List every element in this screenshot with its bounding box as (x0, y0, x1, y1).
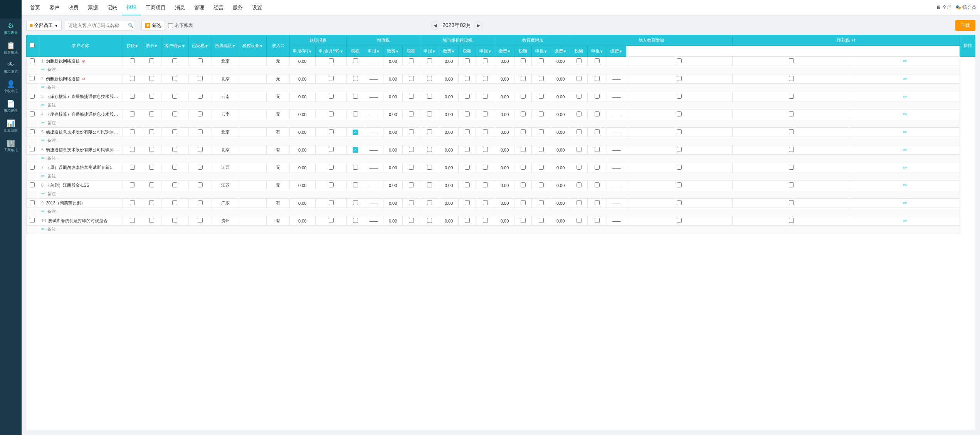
fin-monthly-check[interactable] (353, 218, 358, 223)
sidebar-item-batch-tax[interactable]: 📋 批量报税 (0, 38, 22, 58)
local-declare-check[interactable] (577, 218, 582, 223)
fin-annual-check[interactable] (329, 165, 334, 170)
clear-card-check[interactable] (149, 147, 154, 152)
edu-declare-check[interactable] (521, 200, 526, 205)
local-fee-check[interactable] (595, 58, 600, 63)
city-declare-check[interactable] (465, 147, 470, 152)
copy-tax-check[interactable] (130, 94, 135, 99)
copy-tax-check[interactable] (130, 111, 135, 116)
row-checkbox[interactable] (30, 200, 35, 205)
local-fee-check[interactable] (595, 200, 600, 205)
remark-edit-icon[interactable]: ✏ (41, 67, 45, 72)
remark-edit-icon[interactable]: ✏ (41, 209, 45, 214)
stamp-fee-check[interactable] (789, 218, 794, 223)
fin-monthly-check[interactable] (353, 111, 358, 116)
city-fee-check[interactable] (483, 218, 488, 223)
remark-edit-icon[interactable]: ✏ (41, 103, 45, 107)
confirm-check[interactable] (172, 129, 177, 134)
local-declare-check[interactable] (577, 165, 582, 170)
clear-card-check[interactable] (149, 182, 154, 187)
search-input[interactable] (65, 20, 134, 31)
membership-btn[interactable]: 🎭 畅会员 (955, 4, 976, 11)
vat-fee-check[interactable] (427, 200, 432, 205)
edu-fee-check[interactable] (539, 165, 544, 170)
search-icon[interactable]: 🔍 (128, 23, 134, 28)
nav-business[interactable]: 工商项目 (141, 0, 170, 15)
fin-annual-check[interactable] (329, 147, 334, 152)
vat-fee-check[interactable] (427, 94, 432, 99)
download-btn[interactable]: 下载 (955, 20, 975, 31)
edu-declare-check[interactable] (521, 76, 526, 81)
nav-accounting[interactable]: 记账 (103, 0, 122, 15)
vat-declare-check[interactable] (409, 111, 414, 116)
filter-btn[interactable]: 🔽 筛选 (141, 20, 165, 31)
row-checkbox[interactable] (30, 58, 35, 63)
vat-fee-check[interactable] (427, 147, 432, 152)
paid-check[interactable] (198, 218, 203, 223)
stamp-declare-check[interactable] (677, 58, 682, 63)
fin-monthly-check[interactable] (353, 76, 358, 81)
edu-fee-check[interactable] (539, 111, 544, 116)
edit-icon[interactable]: ✏ (903, 76, 907, 82)
stamp-declare-check[interactable] (677, 147, 682, 152)
vat-fee-check[interactable] (427, 111, 432, 116)
city-fee-check[interactable] (483, 182, 488, 187)
city-fee-check[interactable] (483, 94, 488, 99)
copy-tax-check[interactable] (130, 147, 135, 152)
clear-card-check[interactable] (149, 94, 154, 99)
edu-fee-check[interactable] (539, 76, 544, 81)
confirm-check[interactable] (172, 218, 177, 223)
local-fee-check[interactable] (595, 165, 600, 170)
city-declare-check[interactable] (465, 182, 470, 187)
vat-declare-check[interactable] (409, 147, 414, 152)
nav-message[interactable]: 消息 (170, 0, 190, 15)
paid-check[interactable] (198, 58, 203, 63)
clear-card-check[interactable] (149, 129, 154, 134)
local-declare-check[interactable] (577, 200, 582, 205)
row-checkbox[interactable] (30, 111, 35, 116)
local-declare-check[interactable] (577, 94, 582, 99)
local-fee-check[interactable] (595, 76, 600, 81)
edu-fee-check[interactable] (539, 218, 544, 223)
local-declare-check[interactable] (577, 111, 582, 116)
stamp-fee-check[interactable] (789, 165, 794, 170)
city-declare-check[interactable] (465, 200, 470, 205)
sidebar-item-personal-tax[interactable]: 👤 个税申报 (0, 77, 22, 96)
vat-fee-check[interactable] (427, 218, 432, 223)
fin-annual-check[interactable] (329, 182, 334, 187)
city-fee-check[interactable] (483, 165, 488, 170)
vat-fee-check[interactable] (427, 58, 432, 63)
edu-declare-check[interactable] (521, 147, 526, 152)
edit-icon[interactable]: ✏ (903, 147, 907, 153)
local-fee-check[interactable] (595, 129, 600, 134)
prev-period-btn[interactable]: ◀ (431, 21, 439, 30)
paid-check[interactable] (198, 111, 203, 116)
remark-edit-icon[interactable]: ✏ (41, 85, 45, 89)
edu-declare-check[interactable] (521, 58, 526, 63)
nav-settings[interactable]: 设置 (247, 0, 267, 15)
edu-declare-check[interactable] (521, 218, 526, 223)
local-fee-check[interactable] (595, 111, 600, 116)
local-declare-check[interactable] (577, 58, 582, 63)
city-declare-check[interactable] (465, 129, 470, 134)
edit-icon[interactable]: ✏ (903, 58, 907, 64)
edu-fee-check[interactable] (539, 182, 544, 187)
stamp-fee-check[interactable] (789, 129, 794, 134)
confirm-check[interactable] (172, 147, 177, 152)
remark-edit-icon[interactable]: ✏ (41, 138, 45, 143)
city-fee-check[interactable] (483, 147, 488, 152)
sidebar-item-tax-settings[interactable]: ⚙ 报税设置 (0, 19, 22, 38)
city-fee-check[interactable] (483, 200, 488, 205)
local-fee-check[interactable] (595, 218, 600, 223)
vat-fee-check[interactable] (427, 76, 432, 81)
fin-annual-check[interactable] (329, 218, 334, 223)
remark-edit-icon[interactable]: ✏ (41, 191, 45, 196)
local-declare-check[interactable] (577, 129, 582, 134)
fin-annual-check[interactable] (329, 129, 334, 134)
stamp-declare-check[interactable] (677, 94, 682, 99)
clear-card-check[interactable] (149, 165, 154, 170)
vat-declare-check[interactable] (409, 218, 414, 223)
stamp-declare-check[interactable] (677, 218, 682, 223)
fin-annual-check[interactable] (329, 94, 334, 99)
confirm-check[interactable] (172, 165, 177, 170)
